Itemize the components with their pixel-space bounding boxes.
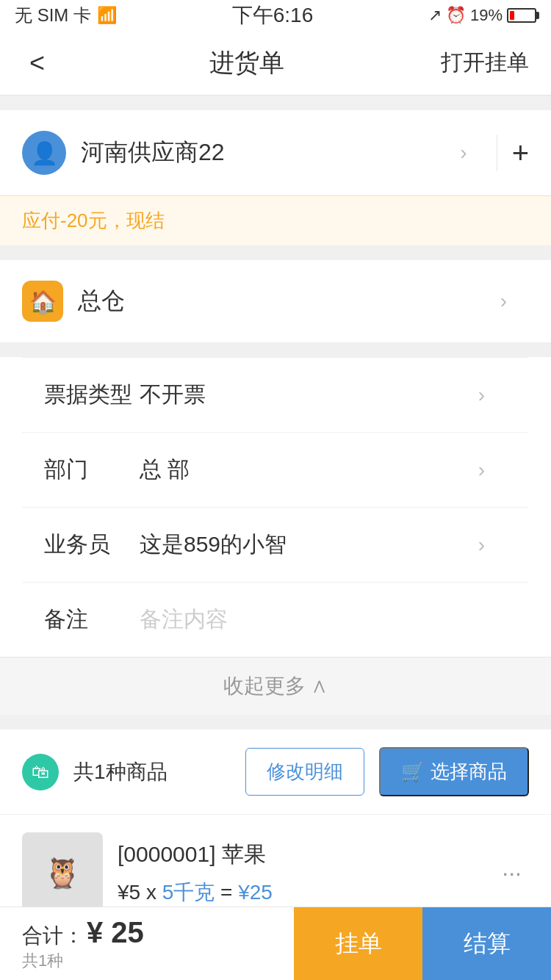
supplier-chevron-icon: ›: [460, 141, 467, 165]
product-code: [0000001]: [118, 842, 215, 866]
alarm-icon: ⏰: [446, 6, 466, 25]
owl-icon: 🦉: [44, 856, 81, 890]
supplier-row[interactable]: 👤 河南供应商22 › +: [0, 110, 551, 195]
price-eq: =: [220, 881, 238, 904]
open-hang-button[interactable]: 打开挂单: [441, 48, 529, 78]
total-label: 合计：: [22, 922, 84, 950]
dept-row[interactable]: 部门 总 部 ›: [22, 432, 529, 507]
back-button[interactable]: <: [22, 40, 52, 86]
warehouse-row[interactable]: 🏠 总仓 ›: [0, 260, 551, 342]
product-title: 苹果: [222, 842, 266, 866]
modify-detail-button[interactable]: 修改明细: [245, 748, 364, 796]
product-more-button[interactable]: ···: [494, 852, 529, 894]
gap-1: [0, 96, 551, 110]
product-price: ¥5 x 5千克 = ¥25: [118, 879, 480, 907]
warehouse-chevron-icon: ›: [500, 289, 507, 313]
status-bar: 无 SIM 卡 📶 下午6:16 ↗ ⏰ 19%: [0, 0, 551, 31]
product-count-icon: 🛍: [22, 754, 59, 790]
dept-value: 总 部: [140, 455, 478, 485]
bag-icon: 🛍: [32, 762, 49, 782]
bottom-bar: 合计： ¥ 25 共1种 挂单 结算: [0, 907, 551, 980]
sales-label: 业务员: [44, 530, 140, 560]
total-section: 合计： ¥ 25 共1种: [0, 907, 294, 980]
invoice-label: 票据类型: [44, 380, 140, 410]
product-thumbnail: 🦉: [22, 832, 103, 913]
gap-3: [0, 342, 551, 357]
product-count-text: 共1种商品: [73, 758, 231, 786]
page-title: 进货单: [209, 46, 284, 80]
gap-2: [0, 245, 551, 260]
notice-bar: 应付-20元，现结: [0, 195, 551, 245]
total-amount: ¥ 25: [87, 916, 144, 949]
carrier-text: 无 SIM 卡: [15, 4, 91, 27]
total-sub: 共1种: [22, 950, 272, 972]
supplier-section: 👤 河南供应商22 › + 应付-20元，现结: [0, 110, 551, 245]
avatar-icon: 👤: [31, 140, 58, 166]
select-icon: 🛒: [401, 760, 425, 783]
divider: [497, 134, 497, 171]
nav-bar: < 进货单 打开挂单: [0, 31, 551, 96]
price-total: ¥25: [238, 881, 273, 904]
sales-row[interactable]: 业务员 这是859的小智 ›: [22, 507, 529, 582]
gap-4: [0, 715, 551, 729]
collapse-bar[interactable]: 收起更多 ∧: [0, 657, 551, 715]
warehouse-icon: 🏠: [22, 281, 63, 322]
dept-label: 部门: [44, 455, 140, 485]
remark-input[interactable]: 备注内容: [140, 605, 507, 635]
add-button[interactable]: +: [512, 137, 529, 170]
invoice-chevron-icon: ›: [478, 383, 485, 407]
invoice-value: 不开票: [140, 380, 478, 410]
supplier-avatar: 👤: [22, 131, 66, 175]
product-name: [0000001] 苹果: [118, 840, 480, 870]
battery-fill: [510, 11, 514, 20]
sales-value: 这是859的小智: [140, 530, 478, 560]
house-icon: 🏠: [29, 289, 57, 314]
remark-row[interactable]: 备注 备注内容: [22, 582, 529, 657]
sales-chevron-icon: ›: [478, 533, 485, 557]
hang-button[interactable]: 挂单: [294, 907, 422, 980]
location-icon: ↗: [428, 6, 442, 25]
remark-label: 备注: [44, 605, 140, 635]
invoice-row[interactable]: 票据类型 不开票 ›: [22, 357, 529, 432]
battery-icon: [507, 8, 536, 23]
select-label: 选择商品: [431, 759, 507, 785]
status-time: 下午6:16: [232, 1, 314, 29]
price-value: ¥5: [118, 881, 140, 904]
price-x: x: [146, 881, 162, 904]
warehouse-name: 总仓: [78, 285, 500, 317]
dept-chevron-icon: ›: [478, 458, 485, 482]
battery-percent: 19%: [470, 6, 503, 25]
status-right: ↗ ⏰ 19%: [428, 6, 536, 25]
settle-button[interactable]: 结算: [422, 907, 551, 980]
price-qty: 5千克: [162, 881, 215, 904]
product-header: 🛍 共1种商品 修改明细 🛒 选择商品: [0, 729, 551, 814]
supplier-name: 河南供应商22: [81, 137, 460, 169]
status-left: 无 SIM 卡 📶: [15, 4, 117, 27]
form-section: 票据类型 不开票 › 部门 总 部 › 业务员 这是859的小智 › 备注 备注…: [0, 357, 551, 657]
wifi-icon: 📶: [97, 6, 117, 25]
product-info: [0000001] 苹果 ¥5 x 5千克 = ¥25: [118, 840, 480, 907]
select-product-button[interactable]: 🛒 选择商品: [379, 747, 529, 796]
